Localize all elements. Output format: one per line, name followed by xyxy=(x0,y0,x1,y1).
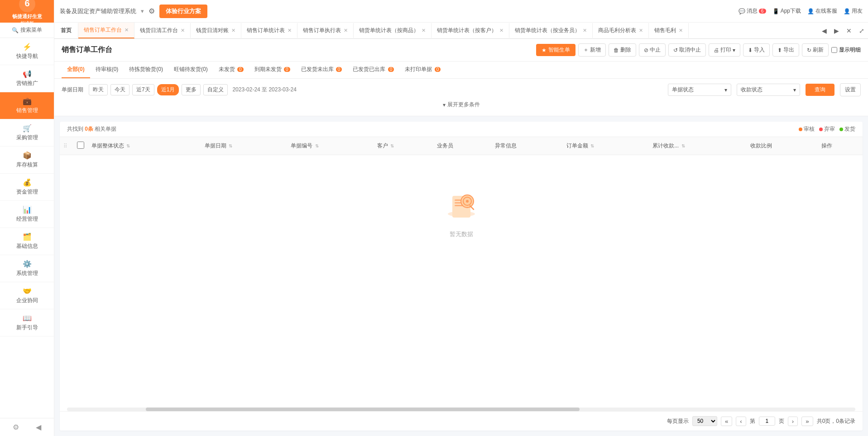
th-date[interactable]: 单据日期 ⇅ xyxy=(201,137,288,155)
ship-action[interactable]: 发货 xyxy=(839,125,855,133)
date-option-today[interactable]: 今天 xyxy=(110,84,129,95)
data-table: ⠿ 单据整体状态 ⇅ 单据日期 ⇅ xyxy=(60,137,863,155)
query-button[interactable]: 查询 xyxy=(806,84,834,96)
date-option-more[interactable]: 更多 xyxy=(182,84,201,95)
topbar-app-download[interactable]: 📱 App下载 xyxy=(772,7,801,15)
topbar-caret-icon: ▾ xyxy=(141,8,144,14)
subtab-not-printed[interactable]: 未打印单据 0 xyxy=(399,62,446,78)
sidebar-collapse-icon[interactable]: ◀ xyxy=(36,423,41,431)
sidebar-item-sales[interactable]: 💼 销售管理 xyxy=(0,92,54,119)
sidebar-settings-icon[interactable]: ⚙ xyxy=(13,423,19,431)
sidebar-item-inventory[interactable]: 📦 库存核算 xyxy=(0,147,54,174)
tab-sales-workbench[interactable]: 销售订单工作台 ✕ xyxy=(78,23,134,38)
th-collected[interactable]: 累计收款... ⇅ xyxy=(649,137,746,155)
sidebar-item-purchase[interactable]: 🛒 采购管理 xyxy=(0,119,54,147)
tab-sales-exec[interactable]: 销售订单执行表 ✕ xyxy=(297,23,354,38)
select-all-checkbox[interactable] xyxy=(77,142,84,149)
cancel-suspend-button[interactable]: ↺ 取消中止 xyxy=(668,43,706,57)
import-button[interactable]: ⬇ 导入 xyxy=(743,43,770,57)
tab-sales-profit-close[interactable]: ✕ xyxy=(679,28,683,33)
topbar-user[interactable]: 👤 用友 xyxy=(844,7,863,15)
sidebar-item-system[interactable]: ⚙️ 系统管理 xyxy=(0,255,54,282)
subtab-all[interactable]: 全部(0) xyxy=(62,62,90,78)
status-filter[interactable]: 单据状态 ▾ xyxy=(668,84,731,96)
system-icon: ⚙️ xyxy=(23,260,32,268)
tab-sales-workbench-close[interactable]: ✕ xyxy=(125,27,129,33)
sidebar-item-quick[interactable]: ⚡ 快捷导航 xyxy=(0,38,54,65)
tab-scroll-left-icon[interactable]: ◀ xyxy=(818,24,830,38)
topbar-messages[interactable]: 💬 消息 6 xyxy=(739,7,766,15)
next-page-button[interactable]: › xyxy=(788,417,798,426)
sidebar-promo-label: 营销推广 xyxy=(16,80,38,87)
th-status[interactable]: 单据整体状态 ⇅ xyxy=(88,137,201,155)
date-option-7days[interactable]: 近7天 xyxy=(132,84,154,95)
smart-create-button[interactable]: ★ 智能生单 xyxy=(536,44,575,56)
subtab-pending-review[interactable]: 待审核(0) xyxy=(90,62,124,78)
sidebar-item-finance[interactable]: 💰 资金管理 xyxy=(0,174,54,201)
tab-close-all-icon[interactable]: ✕ xyxy=(843,24,855,38)
tab-cash-reconcile-close[interactable]: ✕ xyxy=(231,28,235,33)
refresh-button[interactable]: ↻ 刷新 xyxy=(802,43,829,57)
export-button[interactable]: ⬆ 导出 xyxy=(772,43,799,57)
tab-sales-summary-customer-close[interactable]: ✕ xyxy=(499,28,504,33)
tab-cash-clearing[interactable]: 钱货日清工作台 ✕ xyxy=(134,23,191,38)
tab-sales-stats[interactable]: 销售订单统计表 ✕ xyxy=(241,23,297,38)
subtab-pending-inspect[interactable]: 待拣货验货(0) xyxy=(124,62,168,78)
expand-filters-button[interactable]: ▾ 展开更多条件 xyxy=(62,98,861,111)
tab-scroll-right-icon[interactable]: ▶ xyxy=(830,24,843,38)
industry-solution-button[interactable]: 体验行业方案 xyxy=(159,5,207,18)
tab-sales-summary-staff[interactable]: 销货单统计表（按业务员） ✕ xyxy=(509,23,593,38)
prev-page-button[interactable]: ‹ xyxy=(736,417,746,426)
tab-sales-summary-staff-close[interactable]: ✕ xyxy=(583,28,587,33)
th-amount[interactable]: 订单金额 ⇅ xyxy=(563,137,649,155)
tab-product-margin[interactable]: 商品毛利分析表 ✕ xyxy=(593,23,649,38)
tab-home[interactable]: 首页 xyxy=(54,23,78,38)
sidebar-item-operations[interactable]: 📊 经营管理 xyxy=(0,201,54,228)
date-option-custom[interactable]: 自定义 xyxy=(203,84,228,95)
cancel-review-action[interactable]: 弃审 xyxy=(819,125,835,133)
date-option-yesterday[interactable]: 昨天 xyxy=(89,84,108,95)
sidebar-item-basic[interactable]: 🗂️ 基础信息 xyxy=(0,228,54,255)
last-page-button[interactable]: » xyxy=(801,417,813,426)
th-customer[interactable]: 客户 ⇅ xyxy=(374,137,433,155)
tab-expand-icon[interactable]: ⤢ xyxy=(855,24,868,38)
tab-cash-clearing-close[interactable]: ✕ xyxy=(181,28,185,33)
scrollbar-thumb[interactable] xyxy=(146,408,580,411)
show-detail-checkbox-label[interactable]: 显示明细 xyxy=(831,46,861,54)
date-option-1month[interactable]: 近1月 xyxy=(157,84,179,95)
filter-settings-button[interactable]: 设置 xyxy=(840,83,861,96)
th-abnormal-label: 异常信息 xyxy=(495,142,517,149)
sidebar-basic-label: 基础信息 xyxy=(16,242,38,250)
th-number[interactable]: 单据编号 ⇅ xyxy=(287,137,374,155)
tab-sales-exec-close[interactable]: ✕ xyxy=(344,28,348,33)
topbar-online-service[interactable]: 👤 在线客服 xyxy=(807,7,837,15)
tab-sales-profit[interactable]: 销售毛利 ✕ xyxy=(649,23,689,38)
page-number-input[interactable] xyxy=(759,417,775,426)
payment-filter[interactable]: 收款状态 ▾ xyxy=(737,84,800,96)
sidebar-item-newbie[interactable]: 📖 新手引导 xyxy=(0,309,54,336)
tab-sales-stats-close[interactable]: ✕ xyxy=(288,28,292,33)
add-button[interactable]: ＋ 新增 xyxy=(578,43,606,57)
subtab-wangpu[interactable]: 旺铺待发货(0) xyxy=(168,62,213,78)
tab-sales-summary-customer[interactable]: 销货单统计表（按客户） ✕ xyxy=(432,23,509,38)
tab-sales-summary-product[interactable]: 销货单统计表（按商品） ✕ xyxy=(354,23,432,38)
delete-button[interactable]: 🗑 删除 xyxy=(609,43,636,57)
page-size-select[interactable]: 10 20 50 100 xyxy=(692,416,717,426)
sidebar-item-promo[interactable]: 📢 营销推广 xyxy=(0,65,54,92)
horizontal-scrollbar[interactable] xyxy=(67,408,855,411)
subtab-not-shipped[interactable]: 未发货 0 xyxy=(213,62,249,78)
tab-product-margin-close[interactable]: ✕ xyxy=(639,28,643,33)
tab-sales-summary-product-close[interactable]: ✕ xyxy=(422,28,426,33)
tab-cash-reconcile[interactable]: 钱货日清对账 ✕ xyxy=(191,23,241,38)
topbar-gear-icon[interactable]: ⚙ xyxy=(149,7,155,15)
review-action[interactable]: 审核 xyxy=(799,125,815,133)
subtab-overdue-not-shipped[interactable]: 到期未发货 0 xyxy=(249,62,296,78)
subtab-shipped-out[interactable]: 已发货已出库 0 xyxy=(347,62,399,78)
suspend-button[interactable]: ⊘ 中止 xyxy=(639,43,666,57)
subtab-shipped-not-out[interactable]: 已发货未出库 0 xyxy=(296,62,348,78)
print-button[interactable]: 🖨 打印 ▾ xyxy=(709,43,740,57)
first-page-button[interactable]: « xyxy=(721,417,732,426)
show-detail-checkbox[interactable] xyxy=(831,47,837,53)
sidebar-item-collab[interactable]: 🤝 企业协同 xyxy=(0,282,54,309)
cancel-suspend-label: 取消中止 xyxy=(679,46,701,54)
